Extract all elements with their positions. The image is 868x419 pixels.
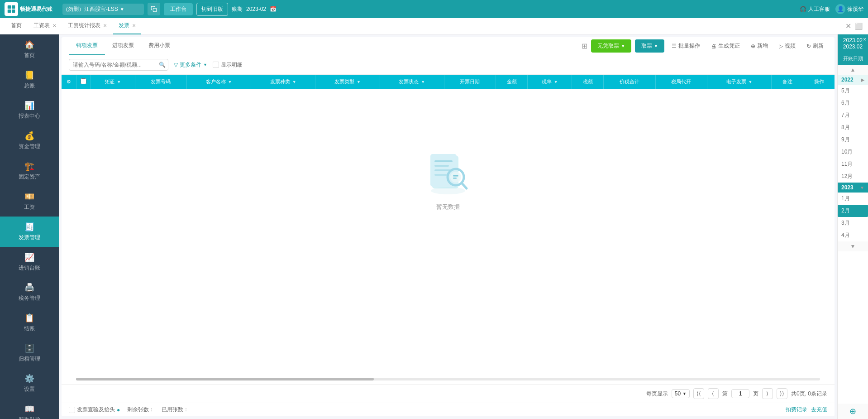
sidebar-item-report[interactable]: 📊 报表中心 — [0, 95, 59, 125]
video-btn[interactable]: ▷ 视频 — [775, 39, 799, 53]
sidebar-item-fixed[interactable]: 🏗️ 固定资产 — [0, 156, 59, 186]
sidebar-item-tax[interactable]: 🖨️ 税务管理 — [0, 277, 59, 308]
sub-tab-purchase-invoice[interactable]: 进项发票 — [105, 37, 141, 55]
horizontal-scrollbar[interactable] — [62, 374, 835, 384]
per-page-label: 每页显示 — [646, 390, 668, 398]
show-detail-checkbox[interactable] — [213, 62, 219, 68]
next-page-btn[interactable]: ⟩ — [762, 388, 773, 399]
invoice-check-checkbox[interactable] — [69, 407, 75, 413]
layout-icon[interactable]: ⊞ — [582, 42, 587, 50]
company-selector[interactable]: (勿删）江西股宝-LSS ▼ — [62, 4, 144, 15]
new-btn[interactable]: ⊕ 新增 — [747, 39, 772, 53]
take-btn[interactable]: 取票 ▼ — [635, 39, 664, 53]
period-2022-12[interactable]: 12月 — [838, 170, 868, 183]
period-2022-09[interactable]: 9月 — [838, 134, 868, 146]
voucher-filter-icon[interactable]: ▼ — [117, 80, 121, 84]
period-2022-06[interactable]: 6月 — [838, 97, 868, 109]
svg-rect-8 — [434, 160, 453, 162]
more-filter-btn[interactable]: ▽ 更多条件 ▼ — [174, 61, 207, 69]
svg-rect-3 — [12, 10, 15, 13]
last-page-btn[interactable]: ⟩⟩ — [777, 388, 787, 399]
sub-tab-expense-receipt[interactable]: 费用小票 — [141, 37, 177, 55]
sidebar-item-sales[interactable]: 📈 进销台账 — [0, 247, 59, 277]
tab-invoice[interactable]: 发票 ✕ — [113, 18, 141, 34]
col-voucher: 凭证 ▼ — [91, 75, 135, 89]
calendar-icon[interactable]: 📅 — [270, 6, 277, 12]
sidebar-label-settings: 设置 — [24, 385, 35, 393]
current-page-input[interactable] — [731, 389, 749, 398]
first-page-btn[interactable]: ⟨⟨ — [693, 388, 704, 399]
sidebar-item-invoice[interactable]: 🧾 发票管理 — [0, 217, 59, 247]
per-page-select[interactable]: 50 ▼ — [672, 389, 690, 398]
batch-icon: ☰ — [672, 43, 677, 49]
deduction-records-link[interactable]: 扣费记录 — [786, 406, 807, 414]
sub-tab-sales-invoice[interactable]: 销项发票 — [69, 37, 105, 55]
footer-links: 扣费记录 去充值 — [786, 406, 827, 414]
col-checkbox[interactable] — [76, 75, 91, 89]
sidebar-item-archive[interactable]: 🗄️ 归档管理 — [0, 338, 59, 368]
no-voucher-btn[interactable]: 无凭取票 ▼ — [591, 39, 631, 53]
period-2022-08[interactable]: 8月 — [838, 121, 868, 134]
maximize-icon[interactable]: ⬜ — [855, 23, 863, 30]
sidebar-item-fund[interactable]: 💰 资金管理 — [0, 125, 59, 156]
sidebar-item-settings[interactable]: ⚙️ 设置 — [0, 368, 59, 399]
period-2023-04[interactable]: 4月 — [838, 229, 868, 241]
batch-op-btn[interactable]: ☰ 批量操作 — [668, 39, 704, 53]
col-invoice-type1: 发票种类 ▼ — [251, 75, 315, 89]
tab-payroll-stats[interactable]: 工资统计报表 ✕ — [62, 18, 112, 34]
year-2022-expand-icon: ▶ — [861, 77, 864, 82]
e-invoice-filter-icon[interactable]: ▼ — [749, 80, 753, 84]
show-detail-label[interactable]: 显示明细 — [213, 61, 243, 69]
year-2022-header[interactable]: 2022 ▶ — [838, 75, 868, 85]
period-2023-03[interactable]: 3月 — [838, 217, 868, 229]
search-input[interactable] — [69, 59, 168, 71]
generate-icon: 🖨 — [711, 43, 716, 49]
right-panel-expand-btn[interactable]: ⊕ — [838, 404, 868, 419]
filter-icon: ▽ — [174, 62, 178, 68]
period-label: 账期 — [232, 5, 243, 13]
open-period-button[interactable]: 开账日期 — [838, 53, 868, 65]
prev-page-btn[interactable]: ⟨ — [708, 388, 719, 399]
tab-payroll[interactable]: 工资表 ✕ — [28, 18, 62, 34]
period-2023-02[interactable]: 2月 — [838, 205, 868, 217]
search-icon[interactable]: 🔍 — [159, 62, 166, 68]
switch-version-button[interactable]: 切到旧版 — [196, 3, 228, 16]
sidebar-item-newbie[interactable]: 📖 新手引导 — [0, 399, 59, 419]
close-payroll-tab[interactable]: ✕ — [52, 23, 56, 28]
sidebar-item-salary[interactable]: 💴 工资 — [0, 186, 59, 217]
human-service-btn[interactable]: 🎧 人工客服 — [800, 5, 830, 13]
col-settings[interactable]: ⚙ — [62, 75, 76, 89]
period-2022-07[interactable]: 7月 — [838, 109, 868, 121]
refresh-btn[interactable]: ↻ 刷新 — [803, 39, 827, 53]
close-all-tabs-icon[interactable]: ✕ — [845, 22, 851, 30]
fund-icon: 💰 — [24, 131, 34, 141]
period-2022-11[interactable]: 11月 — [838, 158, 868, 170]
invoice-status-filter-icon[interactable]: ▼ — [421, 80, 425, 84]
copy-button[interactable] — [148, 3, 160, 15]
customer-filter-icon[interactable]: ▼ — [228, 80, 232, 84]
sidebar-item-home[interactable]: 🏠 首页 — [0, 34, 59, 65]
tax-rate-filter-icon[interactable]: ▼ — [554, 80, 558, 84]
year-2023-header[interactable]: 2023 ▼ — [838, 183, 868, 193]
close-invoice-tab[interactable]: ✕ — [132, 23, 136, 28]
invoice-check-label[interactable]: 发票查验及抬头 ● — [69, 406, 120, 414]
user-info[interactable]: 👤 徐溪华 — [835, 4, 863, 14]
generate-voucher-btn[interactable]: 🖨 生成凭证 — [707, 39, 744, 53]
tab-home[interactable]: 首页 — [5, 18, 27, 34]
scroll-down-btn[interactable]: ▼ — [838, 241, 868, 251]
workspace-button[interactable]: 工作台 — [164, 3, 193, 15]
recharge-link[interactable]: 去充值 — [811, 406, 827, 414]
period-2022-10[interactable]: 10月 — [838, 146, 868, 158]
logo-area: 畅捷通易代账 — [5, 2, 59, 16]
period-2023-01[interactable]: 1月 — [838, 193, 868, 205]
close-payroll-stats-tab[interactable]: ✕ — [103, 23, 107, 28]
period-2022-05[interactable]: 5月 — [838, 85, 868, 97]
select-all-checkbox[interactable] — [81, 78, 86, 84]
sidebar-item-ledger[interactable]: 📒 总账 — [0, 65, 59, 95]
right-panel-close-btn[interactable]: × — [863, 36, 866, 43]
scroll-up-btn[interactable]: ▲ — [838, 65, 868, 75]
sidebar-label-tax: 税务管理 — [19, 294, 40, 302]
invoice-type2-filter-icon[interactable]: ▼ — [357, 80, 361, 84]
sidebar-item-checkout[interactable]: 📋 结账 — [0, 308, 59, 338]
invoice-type1-filter-icon[interactable]: ▼ — [292, 80, 296, 84]
